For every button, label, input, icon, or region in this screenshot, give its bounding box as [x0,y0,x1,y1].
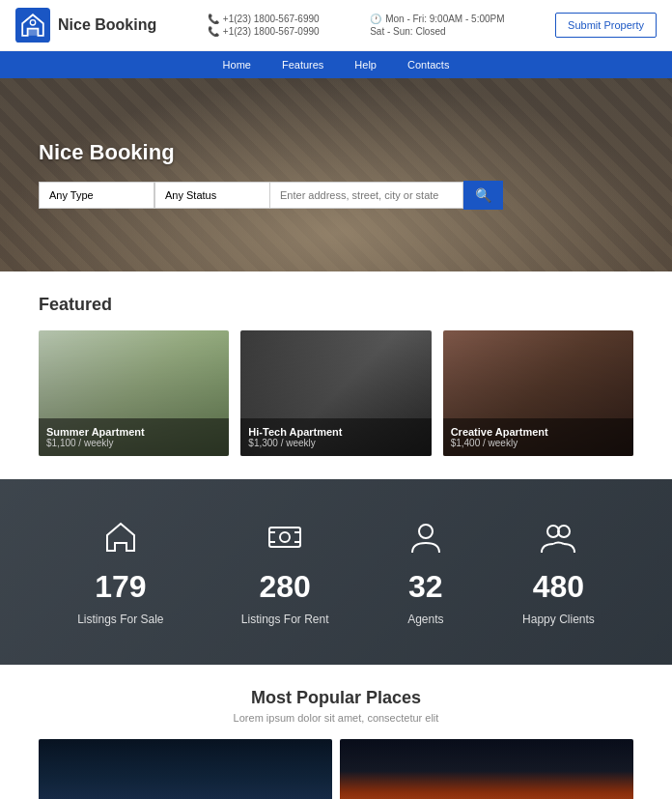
logo-text: Nice Booking [58,16,156,34]
card-price-2: $1,300 / weekly [248,438,423,448]
nav-contacts[interactable]: Contacts [392,51,464,78]
logo-area: Nice Booking [15,8,156,43]
stats-section: 179 Listings For Sale 280 Listings For R… [0,479,672,665]
place-bg-ny [39,739,332,799]
header: Nice Booking 📞 +1(23) 1800-567-6990 📞 +1… [0,0,672,51]
search-bar: Any Type House Apartment Villa Any Statu… [39,181,503,210]
agent-icon [406,518,445,561]
hours2-text: Sat - Sun: Closed [370,26,445,37]
phone-icon2: 📞 [208,26,219,37]
search-button[interactable]: 🔍 [463,181,503,210]
status-select[interactable]: Any Status For Sale For Rent [154,182,270,209]
places-grid-top: New York 3 Properties Las Vegas 4 Proper… [39,739,633,799]
hours1-row: 🕐 Mon - Fri: 9:00AM - 5:00PM [370,14,504,24]
featured-card-2[interactable]: Hi-Tech Apartment $1,300 / weekly [240,330,431,456]
svg-point-8 [419,525,433,538]
card-info-1: Summer Apartment $1,100 / weekly [39,418,229,456]
card-price-3: $1,400 / weekly [451,438,626,448]
places-title: Most Popular Places [39,688,633,708]
featured-grid: Summer Apartment $1,100 / weekly Hi-Tech… [39,330,633,456]
nav-help[interactable]: Help [339,51,392,78]
stat-number-rent: 280 [259,569,310,605]
stat-label-sale: Listings For Sale [77,613,163,626]
card-info-3: Creative Apartment $1,400 / weekly [443,418,633,456]
svg-rect-2 [269,528,300,547]
featured-title: Featured [39,295,633,315]
home-icon [101,518,140,561]
place-card-lv[interactable]: Las Vegas 4 Properties [340,739,633,799]
phone-icon: 📞 [208,14,219,24]
featured-card-1[interactable]: Summer Apartment $1,100 / weekly [39,330,229,456]
clients-icon [539,518,577,561]
address-input[interactable] [270,182,463,209]
stat-label-clients: Happy Clients [522,613,595,626]
places-section: Most Popular Places Lorem ipsum dolor si… [0,665,672,799]
phone2-row: 📞 +1(23) 1800-567-0990 [208,26,320,37]
logo-icon [15,8,50,43]
stat-label-agents: Agents [407,613,443,626]
main-nav: Home Features Help Contacts [0,51,672,78]
money-icon [266,518,304,561]
card-name-1: Summer Apartment [46,426,221,438]
stat-listings-sale: 179 Listings For Sale [77,518,163,626]
featured-section: Featured Summer Apartment $1,100 / weekl… [0,271,672,479]
hours2-row: Sat - Sun: Closed [370,26,504,37]
hero-content: Nice Booking Any Type House Apartment Vi… [0,78,672,271]
header-hours: 🕐 Mon - Fri: 9:00AM - 5:00PM Sat - Sun: … [370,14,504,37]
card-name-2: Hi-Tech Apartment [248,426,423,438]
hero-section: Nice Booking Any Type House Apartment Vi… [0,78,672,271]
stat-agents: 32 Agents [406,518,445,626]
card-info-2: Hi-Tech Apartment $1,300 / weekly [240,418,431,456]
place-card-ny[interactable]: New York 3 Properties [39,739,332,799]
clock-icon: 🕐 [370,14,381,24]
stat-listings-rent: 280 Listings For Rent [241,518,329,626]
svg-point-3 [280,532,290,542]
card-price-1: $1,100 / weekly [46,438,221,448]
stat-number-sale: 179 [95,569,146,605]
stat-clients: 480 Happy Clients [522,518,595,626]
header-contact: 📞 +1(23) 1800-567-6990 📞 +1(23) 1800-567… [208,14,320,37]
stat-number-agents: 32 [408,569,443,605]
places-subtitle: Lorem ipsum dolor sit amet, consectetur … [39,712,633,724]
type-select[interactable]: Any Type House Apartment Villa [39,182,154,209]
featured-card-3[interactable]: Creative Apartment $1,400 / weekly [443,330,633,456]
hero-title: Nice Booking [39,140,175,165]
stat-label-rent: Listings For Rent [241,613,329,626]
nav-features[interactable]: Features [266,51,339,78]
place-bg-lv [340,739,633,799]
card-name-3: Creative Apartment [451,426,626,438]
nav-home[interactable]: Home [208,51,266,78]
submit-property-button[interactable]: Submit Property [555,13,657,38]
stat-number-clients: 480 [533,569,584,605]
phone1-row: 📞 +1(23) 1800-567-6990 [208,14,320,24]
